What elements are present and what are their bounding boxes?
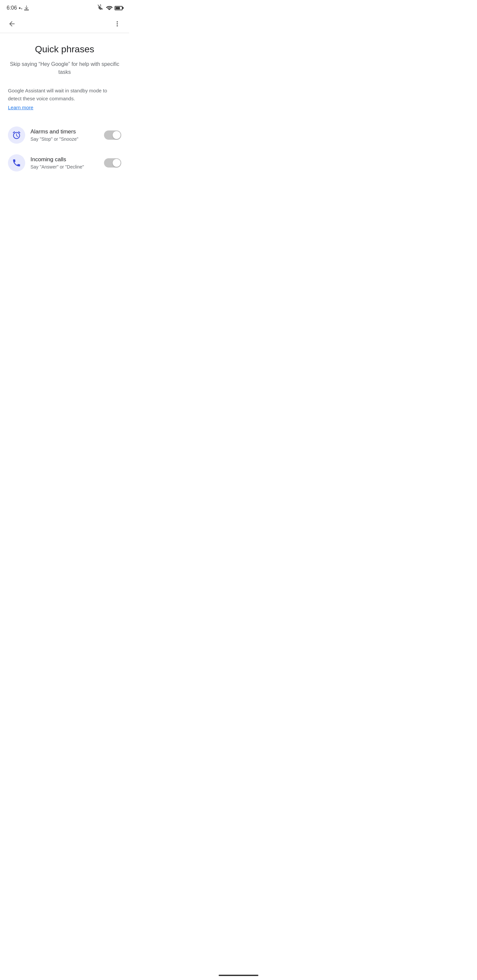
incoming-calls-text: Incoming calls Say "Answer" or "Decline" <box>30 156 99 170</box>
description-text: Google Assistant will wait in standby mo… <box>8 87 121 103</box>
phone-icon <box>12 158 21 167</box>
mute-icon <box>97 4 104 12</box>
more-options-button[interactable] <box>111 17 124 30</box>
download-icon <box>24 5 29 11</box>
incoming-calls-toggle[interactable] <box>104 158 121 167</box>
incoming-calls-item: Incoming calls Say "Answer" or "Decline" <box>8 149 121 177</box>
status-bar: 6:06 <box>0 0 129 14</box>
alarms-timers-item: Alarms and timers Say "Stop" or "Snooze" <box>8 121 121 149</box>
toggle-knob-2 <box>113 159 121 167</box>
status-time: 6:06 <box>6 5 17 11</box>
toggle-knob <box>113 131 121 139</box>
settings-list: Alarms and timers Say "Stop" or "Snooze"… <box>8 121 121 177</box>
incoming-calls-title: Incoming calls <box>30 156 99 163</box>
incoming-calls-subtitle: Say "Answer" or "Decline" <box>30 164 99 170</box>
back-button[interactable] <box>5 17 19 30</box>
top-navigation <box>0 14 129 33</box>
alarm-icon <box>12 130 21 140</box>
wifi-icon <box>106 5 113 11</box>
page-subtitle: Skip saying “Hey Google” for help with s… <box>8 60 121 76</box>
status-right <box>97 4 123 12</box>
alarms-timers-title: Alarms and timers <box>30 129 99 135</box>
battery-icon <box>115 6 123 10</box>
activity-icon <box>19 7 22 9</box>
page-title: Quick phrases <box>8 44 121 55</box>
page-content: Quick phrases Skip saying “Hey Google” f… <box>0 33 129 185</box>
alarms-timers-subtitle: Say "Stop" or "Snooze" <box>30 137 99 142</box>
alarms-timers-icon-container <box>8 126 25 144</box>
learn-more-link[interactable]: Learn more <box>8 105 34 110</box>
status-left: 6:06 <box>6 5 29 11</box>
alarms-timers-toggle[interactable] <box>104 130 121 140</box>
alarms-timers-text: Alarms and timers Say "Stop" or "Snooze" <box>30 129 99 142</box>
incoming-calls-icon-container <box>8 154 25 172</box>
description-block: Google Assistant will wait in standby mo… <box>8 87 121 111</box>
